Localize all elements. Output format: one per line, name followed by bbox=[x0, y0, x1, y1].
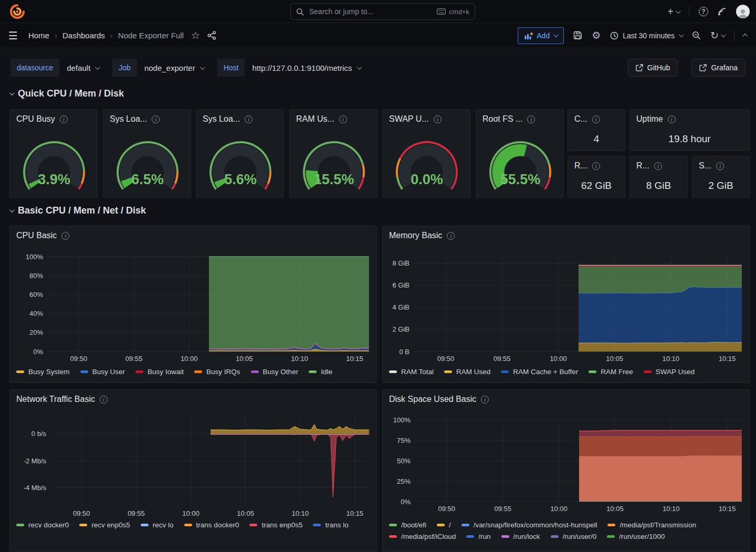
svg-text:40%: 40% bbox=[29, 310, 43, 317]
breadcrumb-home[interactable]: Home bbox=[28, 31, 49, 40]
legend-item[interactable]: trans docker0 bbox=[184, 521, 239, 529]
grafana-logo-icon[interactable] bbox=[9, 4, 25, 19]
breadcrumb-dashboards[interactable]: Dashboards bbox=[62, 31, 105, 40]
legend-swatch bbox=[194, 370, 202, 373]
legend-item[interactable]: recv docker0 bbox=[16, 521, 69, 529]
user-avatar[interactable] bbox=[736, 5, 750, 18]
info-icon[interactable]: i bbox=[61, 232, 69, 240]
time-range-picker[interactable]: Last 30 minutes bbox=[610, 31, 682, 40]
stat-value: 8 GiB bbox=[630, 180, 687, 192]
search-input[interactable] bbox=[308, 7, 433, 16]
legend-item[interactable]: /run/user/0 bbox=[551, 533, 597, 540]
grafana-link-button[interactable]: Grafana bbox=[691, 59, 746, 77]
chevron-down-icon bbox=[721, 32, 726, 37]
legend-item[interactable]: / bbox=[437, 521, 451, 529]
panel-title[interactable]: Root FS ... bbox=[482, 114, 522, 124]
info-icon[interactable]: i bbox=[654, 162, 662, 170]
legend-item[interactable]: recv lo bbox=[141, 521, 174, 529]
panel-title[interactable]: R... bbox=[636, 161, 649, 171]
panel-title[interactable]: S... bbox=[699, 161, 711, 171]
info-icon[interactable]: i bbox=[481, 396, 489, 404]
info-icon[interactable]: i bbox=[339, 115, 347, 123]
legend-item[interactable]: RAM Used bbox=[444, 368, 490, 376]
legend-item[interactable]: /run/lock bbox=[501, 533, 540, 540]
chevron-down-icon bbox=[9, 207, 15, 213]
topbar-actions: + ? bbox=[667, 0, 750, 23]
share-icon[interactable] bbox=[207, 31, 216, 40]
help-button[interactable]: ? bbox=[699, 7, 708, 16]
panel-title[interactable]: CPU Basic bbox=[16, 231, 57, 240]
dashboard-settings-button[interactable]: ⚙ bbox=[592, 30, 601, 40]
search-box[interactable]: cmd+k bbox=[290, 3, 475, 20]
legend-item[interactable]: RAM Cache + Buffer bbox=[501, 368, 578, 376]
info-icon[interactable]: i bbox=[716, 162, 724, 170]
section-basic-cpu-mem-net-disk[interactable]: Basic CPU / Mem / Net / Disk bbox=[9, 205, 146, 216]
legend-item[interactable]: /var/snap/firefox/common/host-hunspell bbox=[461, 521, 597, 529]
legend-item[interactable]: Busy System bbox=[16, 368, 70, 376]
legend-item[interactable]: Busy Iowait bbox=[135, 368, 184, 376]
legend-label: RAM Total bbox=[401, 368, 434, 376]
chevron-down-icon bbox=[200, 65, 205, 70]
svg-text:09:50: 09:50 bbox=[70, 355, 88, 363]
chevron-down-icon bbox=[357, 65, 362, 70]
legend-item[interactable]: trans lo bbox=[313, 521, 348, 529]
panel-title[interactable]: RAM Us... bbox=[296, 114, 334, 124]
legend-item[interactable]: SWAP Used bbox=[644, 368, 695, 376]
new-button[interactable]: + bbox=[667, 6, 679, 17]
info-icon[interactable]: i bbox=[527, 115, 535, 123]
zoom-out-button[interactable] bbox=[692, 31, 701, 40]
panel-title[interactable]: R... bbox=[574, 161, 587, 171]
gauge-panel-cpu-busy: CPU Busyi3.9% bbox=[9, 109, 98, 198]
info-icon[interactable]: i bbox=[434, 115, 442, 123]
datasource-select[interactable]: default bbox=[60, 59, 105, 77]
host-select[interactable]: http://127.0.0.1:9100/metrics bbox=[246, 59, 366, 77]
legend-item[interactable]: /media/psf/iCloud bbox=[389, 533, 456, 540]
info-icon[interactable]: i bbox=[60, 115, 68, 123]
info-icon[interactable]: i bbox=[592, 115, 600, 123]
info-icon[interactable]: i bbox=[100, 396, 108, 404]
panel-title[interactable]: Network Traffic Basic bbox=[16, 395, 95, 404]
panel-title[interactable]: C... bbox=[574, 114, 587, 124]
news-button[interactable] bbox=[718, 7, 727, 16]
job-select[interactable]: node_exporter bbox=[138, 59, 210, 77]
github-link-button[interactable]: GitHub bbox=[628, 59, 678, 77]
info-icon[interactable]: i bbox=[447, 232, 455, 240]
info-icon[interactable]: i bbox=[668, 115, 676, 123]
legend-item[interactable]: RAM Free bbox=[589, 368, 633, 376]
section-quick-cpu-mem-disk[interactable]: Quick CPU / Mem / Disk bbox=[9, 88, 124, 99]
panel-title[interactable]: Memory Basic bbox=[389, 231, 442, 240]
info-icon[interactable]: i bbox=[152, 115, 160, 123]
save-dashboard-button[interactable] bbox=[573, 31, 582, 40]
legend-item[interactable]: Busy Other bbox=[251, 368, 299, 376]
legend-item[interactable]: Busy IRQs bbox=[194, 368, 240, 376]
panel-title[interactable]: CPU Busy bbox=[16, 114, 55, 124]
star-icon[interactable]: ☆ bbox=[191, 29, 200, 41]
variable-label: Job bbox=[112, 59, 137, 77]
legend-item[interactable]: /media/psf/Transmission bbox=[607, 521, 696, 529]
legend-swatch bbox=[16, 524, 24, 526]
add-panel-button[interactable]: Add bbox=[518, 27, 564, 44]
info-icon[interactable]: i bbox=[245, 115, 253, 123]
panel-title[interactable]: Disk Space Used Basic bbox=[389, 395, 476, 404]
legend-item[interactable]: RAM Total bbox=[389, 368, 434, 376]
legend-item[interactable]: /run/user/1000 bbox=[607, 533, 665, 540]
legend-item[interactable]: recv enp0s5 bbox=[79, 521, 130, 529]
legend-item[interactable]: Idle bbox=[309, 368, 332, 376]
legend-item[interactable]: /boot/efi bbox=[389, 521, 426, 529]
panel-title[interactable]: Sys Loa... bbox=[203, 114, 240, 124]
legend-swatch bbox=[461, 524, 469, 526]
info-icon[interactable]: i bbox=[592, 162, 600, 170]
panel-title[interactable]: SWAP U... bbox=[389, 114, 429, 124]
legend-item[interactable]: trans enp0s5 bbox=[249, 521, 302, 529]
zoom-out-icon bbox=[692, 31, 701, 40]
legend-label: /run/user/1000 bbox=[619, 533, 665, 540]
collapse-toolbar-button[interactable] bbox=[744, 34, 748, 37]
panel-title[interactable]: Uptime bbox=[636, 114, 663, 124]
panel-title[interactable]: Sys Loa... bbox=[110, 114, 147, 124]
svg-text:60%: 60% bbox=[29, 291, 43, 299]
svg-text:09:50: 09:50 bbox=[73, 509, 90, 517]
legend-item[interactable]: Busy User bbox=[80, 368, 125, 376]
legend-item[interactable]: /run bbox=[466, 533, 490, 540]
menu-icon[interactable]: ☰ bbox=[8, 29, 18, 42]
refresh-button[interactable]: ↻ bbox=[710, 30, 724, 40]
